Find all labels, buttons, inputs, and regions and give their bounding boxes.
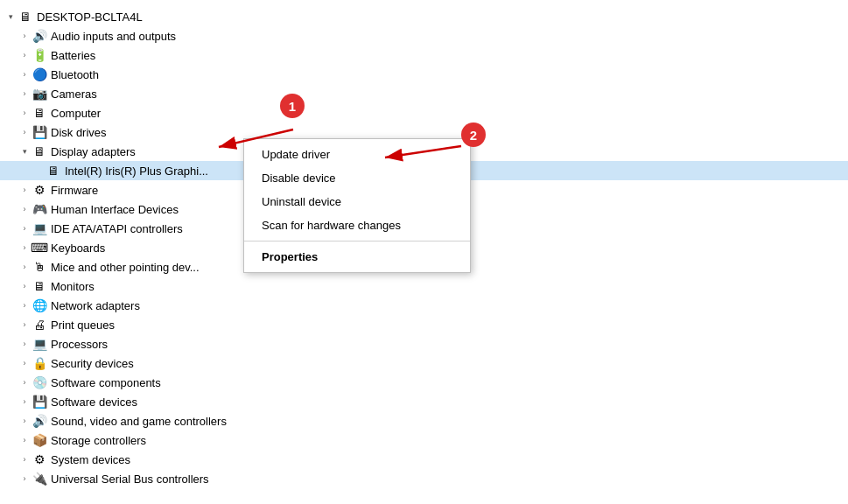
label-security: Security devices [51, 357, 134, 370]
icon-softcomp: 💿 [32, 374, 47, 390]
expand-icon-firmware: › [18, 183, 32, 197]
annotation-1: 1 [280, 94, 305, 118]
context-menu-items-container: Update driverDisable deviceUninstall dev… [244, 143, 470, 269]
expand-icon-usb: › [18, 472, 32, 486]
icon-computer: 🖥 [18, 9, 33, 24]
tree-item-monitors[interactable]: ›🖥Monitors [0, 276, 848, 296]
expand-icon-print: › [18, 318, 32, 332]
expand-icon-disk: › [18, 125, 32, 139]
label-print: Print queues [51, 318, 115, 332]
expand-icon-bluetooth: › [18, 67, 32, 81]
label-intel: Intel(R) Iris(R) Plus Graphi... [65, 164, 208, 178]
tree-item-usb[interactable]: ›🔌Universal Serial Bus controllers [0, 469, 848, 488]
expand-icon-intel [32, 164, 46, 178]
icon-print: 🖨 [32, 317, 47, 332]
tree-item-cameras[interactable]: ›📷Cameras [0, 84, 848, 103]
icon-monitors: 🖥 [32, 278, 47, 294]
tree-item-storage[interactable]: ›📦Storage controllers [0, 430, 848, 450]
expand-icon-computer: › [18, 106, 32, 120]
expand-icon-ide: › [18, 221, 32, 235]
context-menu: Update driverDisable deviceUninstall dev… [243, 138, 471, 273]
icon-sound: 🔊 [32, 413, 47, 429]
label-network: Network adapters [51, 299, 140, 312]
icon-keyboards: ⌨ [32, 240, 47, 256]
expand-icon-mice: › [18, 260, 32, 274]
tree-item-softcomp[interactable]: ›💿Software components [0, 373, 848, 392]
icon-softdev: 💾 [32, 394, 47, 410]
label-display: Display adapters [51, 145, 136, 158]
label-hid: Human Interface Devices [51, 203, 179, 216]
expand-icon-monitors: › [18, 279, 32, 293]
label-audio: Audio inputs and outputs [51, 30, 176, 43]
tree-item-proc[interactable]: ›💻Processors [0, 334, 848, 354]
icon-proc: 💻 [32, 336, 47, 352]
context-menu-item-scan[interactable]: Scan for hardware changes [244, 214, 470, 237]
icon-audio: 🔊 [32, 28, 47, 44]
label-usb: Universal Serial Bus controllers [51, 472, 209, 486]
expand-icon-hid: › [18, 202, 32, 216]
label-computer: Computer [51, 107, 101, 120]
expand-icon-audio: › [18, 29, 32, 43]
expand-icon-proc: › [18, 337, 32, 351]
icon-batteries: 🔋 [32, 47, 47, 63]
label-ide: IDE ATA/ATAPI controllers [51, 222, 183, 235]
tree-item-audio[interactable]: ›🔊Audio inputs and outputs [0, 26, 848, 46]
tree-item-sound[interactable]: ›🔊Sound, video and game controllers [0, 411, 848, 430]
icon-sysdev: ⚙ [32, 452, 47, 467]
icon-security: 🔒 [32, 355, 47, 371]
label-monitors: Monitors [51, 280, 95, 293]
icon-network: 🌐 [32, 298, 47, 313]
tree-item-network[interactable]: ›🌐Network adapters [0, 296, 848, 315]
expand-icon-cameras: › [18, 87, 32, 101]
tree-item-computer[interactable]: ›🖥Computer [0, 103, 848, 122]
expand-icon-softcomp: › [18, 375, 32, 389]
expand-icon-softdev: › [18, 395, 32, 409]
icon-disk: 💾 [32, 124, 47, 140]
context-menu-item-properties[interactable]: Properties [244, 245, 470, 269]
label-disk: Disk drives [51, 126, 107, 139]
icon-display: 🖥 [32, 144, 47, 159]
label-firmware: Firmware [51, 184, 98, 197]
tree-item-bluetooth[interactable]: ›🔵Bluetooth [0, 65, 848, 84]
tree-root[interactable]: ▾ 🖥 DESKTOP-BCLTA4L [0, 7, 848, 26]
tree-item-softdev[interactable]: ›💾Software devices [0, 392, 848, 411]
label-cameras: Cameras [51, 88, 97, 101]
expand-icon-sysdev: › [18, 452, 32, 466]
icon-mice: 🖱 [32, 259, 47, 275]
context-menu-separator [244, 241, 470, 242]
icon-computer: 🖥 [32, 105, 47, 121]
tree-item-sysdev[interactable]: ›⚙System devices [0, 450, 848, 469]
context-menu-item-update[interactable]: Update driver [244, 143, 470, 166]
label-mice: Mice and other pointing dev... [51, 261, 200, 274]
expand-icon-storage: › [18, 433, 32, 447]
expand-icon-display: ▾ [18, 144, 32, 158]
expand-icon-root: ▾ [4, 10, 18, 24]
label-softcomp: Software components [51, 376, 161, 389]
context-menu-item-uninstall[interactable]: Uninstall device [244, 190, 470, 214]
annotation-2: 2 [461, 122, 486, 147]
icon-cameras: 📷 [32, 86, 47, 102]
expand-icon-security: › [18, 356, 32, 370]
icon-ide: 💻 [32, 220, 47, 236]
context-menu-item-disable[interactable]: Disable device [244, 166, 470, 190]
label-storage: Storage controllers [51, 434, 146, 447]
label-batteries: Batteries [51, 49, 95, 62]
label-sound: Sound, video and game controllers [51, 415, 227, 428]
tree-item-security[interactable]: ›🔒Security devices [0, 354, 848, 373]
label-proc: Processors [51, 338, 108, 351]
icon-usb: 🔌 [32, 471, 47, 486]
expand-icon-network: › [18, 298, 32, 312]
icon-intel: 🖥 [46, 163, 61, 178]
tree-item-print[interactable]: ›🖨Print queues [0, 315, 848, 334]
expand-icon-batteries: › [18, 48, 32, 62]
root-label: DESKTOP-BCLTA4L [37, 10, 143, 24]
tree-item-batteries[interactable]: ›🔋Batteries [0, 46, 848, 65]
icon-bluetooth: 🔵 [32, 66, 47, 82]
icon-storage: 📦 [32, 432, 47, 448]
expand-icon-sound: › [18, 414, 32, 428]
label-bluetooth: Bluetooth [51, 68, 99, 81]
label-keyboards: Keyboards [51, 242, 105, 255]
icon-hid: 🎮 [32, 201, 47, 217]
icon-firmware: ⚙ [32, 182, 47, 198]
expand-icon-keyboards: › [18, 241, 32, 255]
